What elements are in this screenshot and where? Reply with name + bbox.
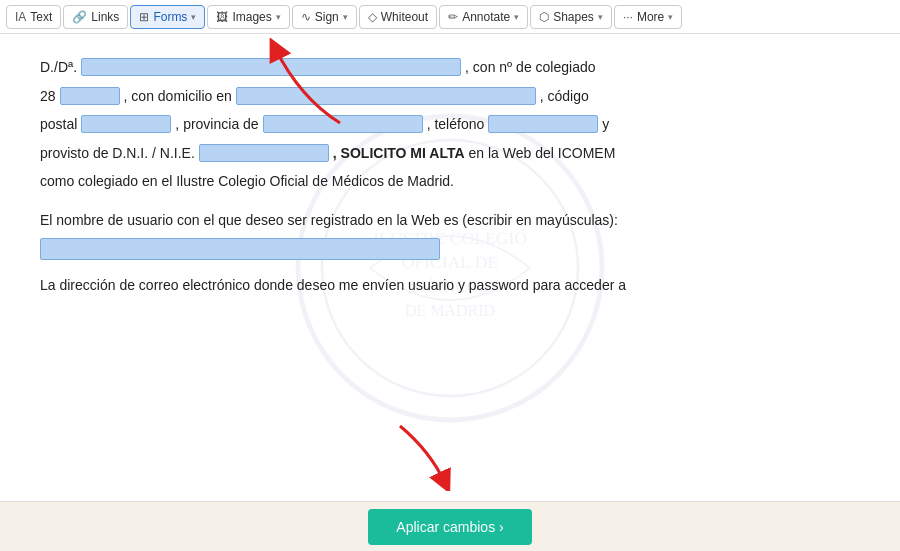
annotate-caret: ▾ [514,12,519,22]
more-icon: ··· [623,10,633,24]
doc-line-5: como colegiado en el Ilustre Colegio Ofi… [40,168,860,195]
form-field-username[interactable] [40,238,440,260]
doc-line-1: D./Dª. , con nº de colegiado [40,54,860,81]
forms-icon: ⊞ [139,10,149,24]
forms-caret: ▾ [191,12,196,22]
text-btn[interactable]: IA Text [6,5,61,29]
whiteout-icon: ◇ [368,10,377,24]
form-field-dni[interactable] [199,144,329,162]
line1-pre: D./Dª. [40,54,77,81]
form-field-phone[interactable] [488,115,598,133]
line3-mid: , provincia de [175,111,258,138]
form-field-province[interactable] [263,115,423,133]
apply-label: Aplicar cambios › [396,519,503,535]
line3-post: y [602,111,609,138]
links-btn[interactable]: 🔗 Links [63,5,128,29]
annotate-btn[interactable]: ✏ Annotate ▾ [439,5,528,29]
svg-text:DE MADRID: DE MADRID [405,302,495,319]
text-icon: IA [15,10,26,24]
line2-pre: 28 [40,83,56,110]
line3-mid2: , teléfono [427,111,485,138]
line5-text: como colegiado en el Ilustre Colegio Ofi… [40,168,454,195]
toolbar: IA Text 🔗 Links ⊞ Forms ▾ 🖼 Images ▾ ∿ S… [0,0,900,34]
username-field-container [40,238,860,260]
sign-caret: ▾ [343,12,348,22]
images-icon: 🖼 [216,10,228,24]
apply-button[interactable]: Aplicar cambios › [368,509,531,545]
bottom-bar: Aplicar cambios › [0,501,900,551]
line6-text: El nombre de usuario con el que deseo se… [40,207,618,234]
line1-post: , con nº de colegiado [465,54,595,81]
sign-icon: ∿ [301,10,311,24]
doc-line-2: 28 , con domicilio en , código [40,83,860,110]
form-field-name[interactable] [81,58,461,76]
document-area: ILUSTRE COLEGIO OFICIAL DE MÉDICOS DE MA… [0,34,900,501]
line4-pre: provisto de D.N.I. / N.I.E. [40,140,195,167]
line7-text: La dirección de correo electrónico donde… [40,272,626,299]
more-caret: ▾ [668,12,673,22]
form-field-postal[interactable] [81,115,171,133]
links-icon: 🔗 [72,10,87,24]
images-btn[interactable]: 🖼 Images ▾ [207,5,289,29]
line4-bold: , SOLICITO MI ALTA [333,140,465,167]
shapes-caret: ▾ [598,12,603,22]
document-text: D./Dª. , con nº de colegiado 28 , con do… [40,54,860,298]
doc-line-7: La dirección de correo electrónico donde… [40,272,860,299]
line3-pre: postal [40,111,77,138]
shapes-btn[interactable]: ⬡ Shapes ▾ [530,5,612,29]
doc-line-4: provisto de D.N.I. / N.I.E. , SOLICITO M… [40,140,860,167]
line4-post: en la Web del ICOMEM [469,140,616,167]
doc-line-3: postal , provincia de , teléfono y [40,111,860,138]
annotate-icon: ✏ [448,10,458,24]
form-field-address[interactable] [236,87,536,105]
line2-post: , código [540,83,589,110]
form-field-col[interactable] [60,87,120,105]
sign-btn[interactable]: ∿ Sign ▾ [292,5,357,29]
more-btn[interactable]: ··· More ▾ [614,5,682,29]
whiteout-btn[interactable]: ◇ Whiteout [359,5,437,29]
shapes-icon: ⬡ [539,10,549,24]
images-caret: ▾ [276,12,281,22]
doc-line-6: El nombre de usuario con el que deseo se… [40,207,860,234]
line2-mid: , con domicilio en [124,83,232,110]
forms-btn[interactable]: ⊞ Forms ▾ [130,5,205,29]
